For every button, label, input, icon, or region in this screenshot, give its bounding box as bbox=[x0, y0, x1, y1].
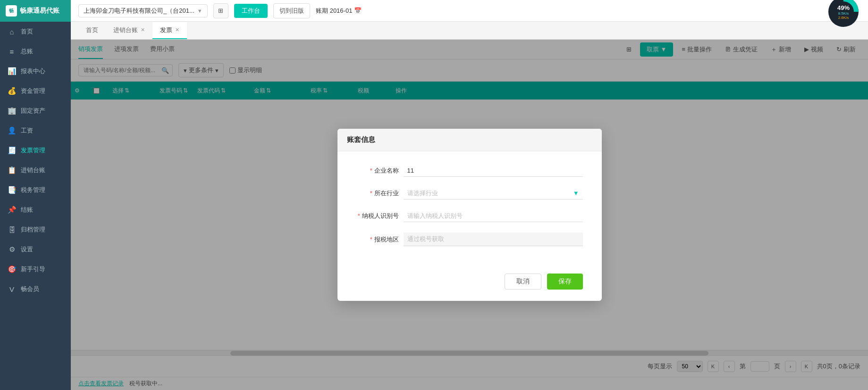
guide-icon: 🎯 bbox=[8, 265, 16, 274]
sidebar-item-label: 报表中心 bbox=[21, 67, 45, 75]
sidebar-item-label: 发票管理 bbox=[21, 146, 45, 155]
sidebar-item-label: 新手引导 bbox=[21, 265, 45, 274]
sidebar-item-label: 工资 bbox=[21, 126, 33, 135]
tax-id-label: 纳税人识别号 bbox=[356, 212, 404, 220]
period-label: 账期 2016-01 📅 bbox=[316, 7, 362, 15]
tab-bar: 首页 进销台账 ✕ 发票 ✕ bbox=[71, 22, 868, 40]
sidebar-item-label: 归档管理 bbox=[21, 225, 45, 234]
modal-body: 企业名称 所在行业 ▼ 请选择行业 bbox=[337, 151, 602, 266]
tax-icon: 📑 bbox=[8, 186, 16, 194]
tab-home-label: 首页 bbox=[86, 26, 98, 34]
main-content: 上海卯金刀电子科技有限公司_（台201... ▼ ⊞ 工作台 切到旧版 账期 2… bbox=[71, 0, 868, 390]
ledger-icon: ≡ bbox=[8, 48, 16, 56]
tab-purchase-sales-close-icon[interactable]: ✕ bbox=[141, 27, 145, 33]
sidebar-item-label: 资金管理 bbox=[21, 87, 45, 95]
page-content: 销项发票 进项发票 费用小票 ⊞ 取票 ▼ ≡ bbox=[71, 40, 868, 390]
checkout-icon: 📌 bbox=[8, 206, 16, 214]
finance-icon: 💰 bbox=[8, 87, 16, 95]
calendar-icon[interactable]: 📅 bbox=[354, 7, 362, 14]
tax-region-display: 通过税号获取 bbox=[404, 232, 583, 246]
sidebar-item-label: 设置 bbox=[21, 245, 33, 254]
sidebar-item-label: 税务管理 bbox=[21, 186, 45, 194]
account-info-modal: 账套信息 企业名称 所在行业 bbox=[337, 129, 602, 301]
payroll-icon: 👤 bbox=[8, 126, 16, 135]
sidebar-item-label: 总账 bbox=[21, 47, 33, 56]
app-name: 畅康通易代账 bbox=[20, 7, 59, 15]
sidebar-item-purchase-sales[interactable]: 📋 进销台账 bbox=[0, 160, 71, 180]
sidebar-item-tax[interactable]: 📑 税务管理 bbox=[0, 180, 71, 200]
invoice-icon: 🧾 bbox=[8, 146, 16, 155]
sidebar-item-archive[interactable]: 🗄 归档管理 bbox=[0, 220, 71, 240]
sidebar-item-label: 结账 bbox=[21, 206, 33, 214]
company-name: 上海卯金刀电子科技有限公司_（台201... bbox=[84, 7, 194, 15]
tab-purchase-sales-label: 进销台账 bbox=[113, 26, 138, 34]
settings-icon: ⚙ bbox=[8, 245, 16, 254]
home-icon: ⌂ bbox=[8, 28, 16, 36]
topbar: 上海卯金刀电子科技有限公司_（台201... ▼ ⊞ 工作台 切到旧版 账期 2… bbox=[71, 0, 868, 22]
industry-label: 所在行业 bbox=[356, 189, 404, 198]
save-button[interactable]: 保存 bbox=[547, 274, 583, 290]
speed-indicator: 49% 8.5K/s 2.6K/s bbox=[826, 0, 860, 29]
industry-chevron-icon: ▼ bbox=[573, 190, 579, 197]
sidebar-item-finance[interactable]: 💰 资金管理 bbox=[0, 81, 71, 101]
sidebar: 畅 畅康通易代账 ⌂ 首页 ≡ 总账 📊 报表中心 💰 资金管理 🏢 固定资产 … bbox=[0, 0, 71, 390]
tax-id-input[interactable] bbox=[404, 210, 583, 222]
tab-purchase-sales[interactable]: 进销台账 ✕ bbox=[106, 22, 152, 39]
sidebar-item-label: 首页 bbox=[21, 27, 33, 36]
industry-select[interactable] bbox=[407, 190, 579, 197]
speed-text: 49% 8.5K/s 2.6K/s bbox=[837, 4, 850, 19]
sidebar-item-checkout[interactable]: 📌 结账 bbox=[0, 200, 71, 220]
sidebar-item-guide[interactable]: 🎯 新手引导 bbox=[0, 259, 71, 279]
company-name-input[interactable] bbox=[404, 165, 583, 177]
company-icon-button[interactable]: ⊞ bbox=[213, 3, 228, 18]
switch-old-button[interactable]: 切到旧版 bbox=[273, 3, 310, 18]
tax-id-row: 纳税人识别号 bbox=[356, 210, 583, 222]
modal-overlay: 账套信息 企业名称 所在行业 bbox=[71, 40, 868, 390]
tax-region-row: 报税地区 通过税号获取 bbox=[356, 232, 583, 246]
purchase-sales-icon: 📋 bbox=[8, 166, 16, 174]
assets-icon: 🏢 bbox=[8, 107, 16, 115]
industry-row: 所在行业 ▼ 请选择行业 bbox=[356, 187, 583, 199]
sidebar-item-home[interactable]: ⌂ 首页 bbox=[0, 22, 71, 41]
sidebar-item-label: 进销台账 bbox=[21, 166, 45, 174]
sidebar-item-vip[interactable]: V 畅会员 bbox=[0, 279, 71, 299]
workbench-button[interactable]: 工作台 bbox=[234, 4, 268, 18]
period-value: 2016-01 bbox=[330, 7, 353, 14]
tab-invoice-label: 发票 bbox=[160, 26, 172, 34]
vip-icon: V bbox=[8, 285, 16, 293]
sidebar-item-assets[interactable]: 🏢 固定资产 bbox=[0, 101, 71, 121]
app-logo: 畅 畅康通易代账 bbox=[0, 0, 71, 22]
company-chevron-icon: ▼ bbox=[197, 8, 202, 14]
company-selector[interactable]: 上海卯金刀电子科技有限公司_（台201... ▼ bbox=[78, 4, 208, 17]
modal-title: 账套信息 bbox=[347, 135, 375, 143]
sidebar-item-settings[interactable]: ⚙ 设置 bbox=[0, 240, 71, 259]
logo-icon: 畅 bbox=[6, 5, 17, 17]
topbar-right: 49% 8.5K/s 2.6K/s bbox=[826, 0, 860, 29]
company-name-row: 企业名称 bbox=[356, 165, 583, 177]
sidebar-item-label: 固定资产 bbox=[21, 107, 45, 115]
tab-invoice-close-icon[interactable]: ✕ bbox=[175, 27, 179, 33]
reports-icon: 📊 bbox=[8, 67, 16, 75]
tab-home[interactable]: 首页 bbox=[78, 22, 106, 39]
period-text: 账期 bbox=[316, 7, 328, 15]
sidebar-item-ledger[interactable]: ≡ 总账 bbox=[0, 41, 71, 61]
cancel-button[interactable]: 取消 bbox=[505, 274, 541, 290]
sidebar-item-payroll[interactable]: 👤 工资 bbox=[0, 121, 71, 141]
company-name-label: 企业名称 bbox=[356, 166, 404, 175]
archive-icon: 🗄 bbox=[8, 226, 16, 234]
sidebar-item-reports[interactable]: 📊 报表中心 bbox=[0, 61, 71, 81]
industry-select-wrap[interactable]: ▼ 请选择行业 bbox=[404, 187, 583, 199]
modal-footer: 取消 保存 bbox=[337, 266, 602, 301]
tab-invoice[interactable]: 发票 ✕ bbox=[152, 22, 187, 39]
company-detail-icon: ⊞ bbox=[218, 7, 223, 14]
modal-header: 账套信息 bbox=[337, 129, 602, 151]
sidebar-item-invoice[interactable]: 🧾 发票管理 bbox=[0, 141, 71, 160]
tax-region-label: 报税地区 bbox=[356, 235, 404, 244]
sidebar-item-label: 畅会员 bbox=[21, 285, 39, 293]
